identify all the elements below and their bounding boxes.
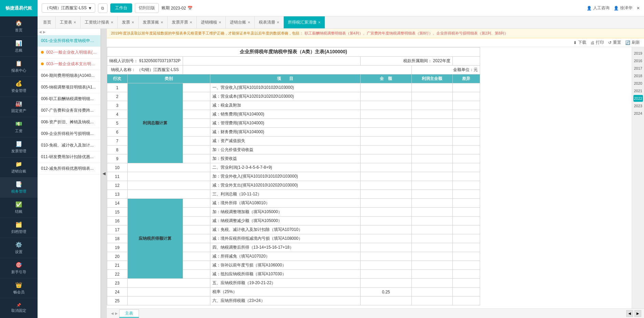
year-item-2022[interactable]: 2022 xyxy=(633,95,643,102)
left-panel-item-004[interactable]: 004-期间费用明细表(A1040... xyxy=(38,70,100,82)
year-item-2020[interactable]: 2020 xyxy=(633,80,643,87)
ai-consult-button[interactable]: 👤 人工咨询 xyxy=(587,5,610,11)
error-dot xyxy=(41,51,44,54)
sidebar-item-tax[interactable]: 📑 税务管理 xyxy=(0,178,38,198)
sidebar-item-reports[interactable]: 📋 报表中心 xyxy=(0,57,38,77)
tab-salary[interactable]: 工资表 ✕ xyxy=(56,16,81,29)
sidebar-item-purchase-sales[interactable]: 📁 进销台账 xyxy=(0,157,38,178)
cut-to-old-button[interactable]: 切到旧版 xyxy=(135,3,159,13)
scroll-right-button[interactable]: ▶ xyxy=(634,310,641,317)
refresh-button[interactable]: 🔄 刷新 xyxy=(625,40,640,45)
left-panel-item-005[interactable]: 005-纳税调整项目明细表(A1... xyxy=(38,82,100,93)
tab-close-icon[interactable]: ✕ xyxy=(73,20,76,24)
tab-tax-register[interactable]: 税表清册 ✕ xyxy=(255,16,284,29)
year-item-2018[interactable]: 2018 xyxy=(633,72,643,79)
year-item-2017[interactable]: 2017 xyxy=(633,65,643,72)
diff-cell xyxy=(452,110,480,119)
row-num: 6 xyxy=(107,128,128,137)
close-window-button[interactable]: ✕ xyxy=(636,6,640,11)
copy-icon-button[interactable]: ⧉ xyxy=(98,3,108,13)
tab-close-icon[interactable]: ✕ xyxy=(248,20,250,24)
tab-invoice-open[interactable]: 发票开票 ✕ xyxy=(168,16,197,29)
prev-arrow[interactable]: ◀ xyxy=(39,30,42,34)
tab-close-icon[interactable]: ✕ xyxy=(277,20,279,24)
item-cell: 四、纳税调整后所得（13-14+15-16-17+18） xyxy=(210,243,360,252)
sidebar-item-member[interactable]: 👑 畅会员 xyxy=(0,278,38,298)
sidebar-item-home[interactable]: 🏠 首页 xyxy=(0,16,38,37)
tab-audit[interactable]: 进销稽核 ✕ xyxy=(197,16,226,29)
table-area: 企业所得税年度纳税申报表（A类）主表(A100000) 纳税人识别号： 9132… xyxy=(107,47,644,308)
sidebar-item-guide[interactable]: 🎯 新手引导 xyxy=(0,258,38,278)
left-panel-item-002[interactable]: 002-一般企业收入明细表(A1... xyxy=(38,47,100,58)
reset-button[interactable]: ↺ 重置 xyxy=(608,40,621,45)
row-num: 1 xyxy=(107,83,128,92)
left-panel-item-007[interactable]: 007-广告费和业务宣传费跨... xyxy=(38,105,100,116)
tab-home[interactable]: 首页 xyxy=(39,16,56,29)
sidebar-item-assets[interactable]: 🏭 固定资产 xyxy=(0,97,38,117)
taxpayer-id-label: 纳税人识别号： 91320500703719732P xyxy=(107,57,183,66)
sidebar-item-archive[interactable]: 🗂️ 归档管理 xyxy=(0,218,38,238)
tab-income-tax[interactable]: 所得税汇算清缴 ✕ xyxy=(284,16,325,29)
tab-close-icon[interactable]: ✕ xyxy=(318,20,321,24)
finance-icon: 💰 xyxy=(15,80,22,87)
tab-salary-stats[interactable]: 工资统计报表 ✕ xyxy=(81,16,118,29)
tab-close-icon[interactable]: ✕ xyxy=(190,20,192,24)
amount-cell xyxy=(360,208,411,217)
item-label: 006-职工薪酬纳税调整明细... xyxy=(41,96,94,101)
year-item-2024[interactable]: 2024 xyxy=(633,110,643,117)
tab-invoice-account[interactable]: 发票算账 ✕ xyxy=(139,16,168,29)
print-button[interactable]: 🖨 打印 xyxy=(590,40,604,45)
left-panel-item-008[interactable]: 008-资产折旧、摊销及纳税... xyxy=(38,116,100,128)
amount-cell xyxy=(360,199,411,208)
sidebar-item-invoice[interactable]: 🧾 发票管理 xyxy=(0,137,38,157)
period-text: 账期 xyxy=(162,5,170,11)
workbench-button[interactable]: 工作台 xyxy=(110,3,132,13)
next-arrow[interactable]: ▶ xyxy=(43,30,46,34)
tab-close-icon[interactable]: ✕ xyxy=(160,20,163,24)
sidebar-item-finance[interactable]: 💰 资金管理 xyxy=(0,77,38,97)
diff-cell xyxy=(452,288,480,296)
main-tab[interactable]: 主表 xyxy=(119,309,139,318)
year-item-2016[interactable]: 2016 xyxy=(633,57,643,64)
table-row: 23 五、应纳税所得额（19-20-21-22） xyxy=(107,279,480,288)
year-item-2021[interactable]: 2021 xyxy=(633,87,643,94)
tab-invoice[interactable]: 发票 ✕ xyxy=(118,16,139,29)
bottom-prev-arrow[interactable]: ◀ xyxy=(111,312,114,315)
left-panel-item-010[interactable]: 010-免税、减计收入及加计... xyxy=(38,140,100,151)
left-panel-item-003[interactable]: 003-一般企业成本支出明细... xyxy=(38,58,100,70)
left-panel-item-012[interactable]: 012-减免所得税优惠明细表... xyxy=(38,163,100,175)
user-profile-button[interactable]: 👤 徐泽华 xyxy=(614,5,632,11)
diff-cell xyxy=(452,225,480,234)
amount-cell xyxy=(360,217,411,225)
year-item-2019[interactable]: 2019 xyxy=(633,50,643,57)
sidebar-item-label: 进销台账 xyxy=(11,169,26,174)
tab-purchase-ledger[interactable]: 进销台账 ✕ xyxy=(226,16,255,29)
tab-close-icon[interactable]: ✕ xyxy=(219,20,221,24)
left-panel-item-001[interactable]: 001-企业所得税年度纳税申报... xyxy=(38,35,100,47)
sidebar-item-settings[interactable]: ⚙️ 设置 xyxy=(0,238,38,258)
left-panel-item-009[interactable]: 009-企业所得税补亏损明细... xyxy=(38,128,100,140)
tax-period-label: 税款所属期间： 2022年度 xyxy=(360,57,452,66)
sidebar-item-ledger[interactable]: 📊 总账 xyxy=(0,37,38,57)
left-panel-item-006[interactable]: 006-职工薪酬纳税调整明细... xyxy=(38,93,100,105)
left-panel-item-011[interactable]: 011-研发费用加计扣除优惠... xyxy=(38,151,100,163)
calendar-icon[interactable]: 📅 xyxy=(187,6,193,11)
bottom-next-arrow[interactable]: ▶ xyxy=(115,312,118,315)
sidebar-item-close-accounts[interactable]: ✅ 结账 xyxy=(0,198,38,218)
amount-cell xyxy=(360,172,411,181)
content-area: ◀ ▶ 001-企业所得税年度纳税申报... 002-一般企业收入明细表(A1.… xyxy=(38,29,644,318)
row-num: 7 xyxy=(107,137,128,146)
table-scroll[interactable]: 企业所得税年度纳税申报表（A类）主表(A100000) 纳税人识别号： 9132… xyxy=(107,47,632,308)
unpin-button[interactable]: 📌 取消固定 xyxy=(0,301,38,315)
collapse-button[interactable]: ◀ xyxy=(101,29,107,318)
year-item-2023[interactable]: 2023 xyxy=(633,102,643,109)
profit-cell xyxy=(411,119,452,128)
assets-icon: 🏭 xyxy=(15,100,22,107)
tab-close-icon[interactable]: ✕ xyxy=(131,20,134,24)
profit-cell xyxy=(411,208,452,217)
company-selector[interactable]: （勾销）江西服宝-LSS ▼ xyxy=(42,3,95,13)
sidebar-item-salary[interactable]: 💵 工资 xyxy=(0,117,38,137)
scroll-left-button[interactable]: ◀ xyxy=(626,310,633,317)
tab-close-icon[interactable]: ✕ xyxy=(111,20,113,24)
download-button[interactable]: ⬇ 下载 xyxy=(573,40,586,45)
